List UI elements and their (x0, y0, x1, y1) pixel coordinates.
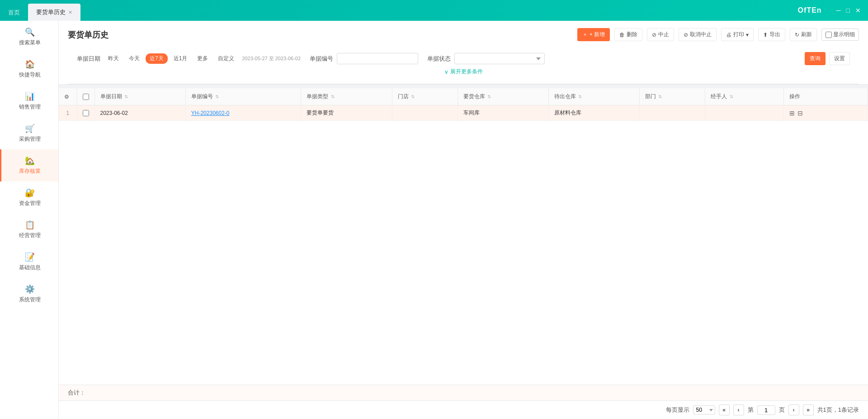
sidebar-label-fund-mgmt: 资金管理 (19, 200, 41, 207)
export-button[interactable]: ⬆ 导出 (758, 28, 785, 41)
th-settings[interactable]: ⚙ (59, 88, 77, 105)
sidebar-item-fund-mgmt[interactable]: 🔐 资金管理 (0, 181, 58, 214)
page-input[interactable] (757, 405, 775, 415)
sidebar-item-quick-nav[interactable]: 🏠 快捷导航 (0, 53, 58, 85)
sidebar-item-operation-mgmt[interactable]: 📋 经营管理 (0, 214, 58, 246)
close-window-icon[interactable]: ✕ (855, 7, 861, 14)
stop-icon: ⊘ (652, 32, 656, 38)
page-title: 要货单历史 (68, 29, 108, 40)
cell-dept (640, 105, 705, 121)
sidebar-label-quick-nav: 快捷导航 (19, 71, 41, 79)
sidebar-label-sales-mgmt: 销售管理 (19, 103, 41, 111)
operation-mgmt-icon: 📋 (25, 220, 35, 230)
bill-no-link[interactable]: YH-20230602-0 (191, 110, 230, 116)
sidebar-item-inventory-calc[interactable]: 🏡 库存核算 (0, 149, 58, 181)
table-row: 1 2023-06-02 YH-20230602-0 要货单要货 (59, 105, 868, 121)
tab-home[interactable]: 首页 (0, 5, 28, 21)
cancel-stop-button[interactable]: ⊘ 取消中止 (679, 28, 717, 41)
cell-bill-no[interactable]: YH-20230602-0 (185, 105, 301, 121)
tab-close-icon[interactable]: ✕ (68, 10, 72, 15)
query-button[interactable]: 查询 (805, 52, 826, 65)
select-all-checkbox[interactable] (83, 94, 89, 100)
date-btn-7days[interactable]: 近7天 (146, 53, 168, 64)
footer-bar: 合计： (59, 385, 868, 400)
display-detail-checkbox[interactable] (826, 32, 832, 38)
brand-text: OfTEn (789, 6, 831, 14)
prev-page-button[interactable]: ‹ (733, 405, 744, 415)
purchase-mgmt-icon: 🛒 (25, 124, 35, 133)
row-checkbox[interactable] (83, 110, 89, 116)
cell-date: 2023-06-02 (94, 105, 185, 121)
more-icon[interactable]: ⊟ (797, 110, 803, 117)
sort-dept-icon[interactable]: ⇅ (658, 94, 662, 99)
cell-no: 1 (59, 105, 77, 121)
page-size-select[interactable]: 10 20 50 100 (693, 405, 715, 414)
total-label: 合计： (68, 389, 85, 397)
table-body: 1 2023-06-02 YH-20230602-0 要货单要货 (59, 105, 868, 121)
th-action: 操作 (783, 88, 868, 105)
tab-list: 首页 要货单历史 ✕ (0, 0, 80, 21)
minimize-icon[interactable]: ─ (836, 7, 841, 14)
chevron-down-icon: ∨ (444, 69, 448, 75)
delete-button[interactable]: 🗑 删除 (614, 28, 642, 41)
cancel-stop-icon: ⊘ (684, 32, 688, 38)
filter-area: 单据日期 昨天 今天 近7天 近1月 更多 自定义 2023-05-27 至 2… (68, 47, 859, 84)
sort-req-warehouse-icon[interactable]: ⇅ (487, 94, 491, 99)
print-dropdown-icon: ▾ (746, 32, 749, 38)
row-action-group: ⊞ ⊟ (789, 110, 862, 117)
sidebar-label-search-menu: 搜索菜单 (19, 39, 41, 47)
th-pending-warehouse: 待出仓库 ⇅ (548, 88, 639, 105)
expand-more-btn[interactable]: ∨ 展开更多条件 (77, 65, 850, 78)
cell-bill-type: 要货单要货 (301, 105, 392, 121)
fund-mgmt-icon: 🔐 (25, 188, 35, 198)
new-button[interactable]: ＋ + 新增 (577, 28, 610, 41)
sort-bill-no-icon[interactable]: ⇅ (215, 94, 219, 99)
main-layout: 🔍 搜索菜单 🏠 快捷导航 📊 销售管理 🛒 采购管理 🏡 库存核算 🔐 (0, 21, 868, 419)
date-btn-1month[interactable]: 近1月 (170, 53, 192, 64)
sidebar-item-purchase-mgmt[interactable]: 🛒 采购管理 (0, 117, 58, 149)
maximize-icon[interactable]: □ (846, 7, 850, 14)
th-handler: 经手人 ⇅ (705, 88, 783, 105)
date-btn-yesterday[interactable]: 昨天 (104, 53, 123, 64)
edit-icon[interactable]: ⊞ (789, 110, 795, 117)
date-btn-custom[interactable]: 自定义 (214, 53, 238, 64)
cell-store (392, 105, 458, 121)
th-bill-type: 单据类型 ⇅ (301, 88, 392, 105)
sort-handler-icon[interactable]: ⇅ (730, 94, 733, 99)
last-page-button[interactable]: » (803, 405, 814, 415)
date-btn-more[interactable]: 更多 (193, 53, 212, 64)
date-shortcuts: 昨天 今天 近7天 近1月 更多 自定义 (104, 53, 238, 64)
bill-no-label: 单据编号 (310, 55, 333, 63)
sort-pending-warehouse-icon[interactable]: ⇅ (578, 94, 582, 99)
stop-button[interactable]: ⊘ 中止 (647, 28, 674, 41)
sidebar-item-basic-info[interactable]: 📝 基础信息 (0, 246, 58, 278)
sort-bill-type-icon[interactable]: ⇅ (331, 94, 335, 99)
status-select[interactable] (454, 53, 545, 64)
sidebar-item-sales-mgmt[interactable]: 📊 销售管理 (0, 85, 58, 117)
search-menu-icon: 🔍 (25, 27, 35, 37)
sidebar-item-search-menu[interactable]: 🔍 搜索菜单 (0, 21, 58, 53)
th-dept: 部门 ⇅ (640, 88, 705, 105)
refresh-icon: ↻ (795, 32, 799, 38)
sidebar-item-system-mgmt[interactable]: ⚙️ 系统管理 (0, 278, 58, 310)
refresh-button[interactable]: ↻ 刷新 (790, 28, 817, 41)
next-page-button[interactable]: › (788, 405, 799, 415)
display-detail-button[interactable]: 显示明细 (821, 29, 859, 41)
filter-row-1: 单据日期 昨天 今天 近7天 近1月 更多 自定义 2023-05-27 至 2… (77, 52, 850, 65)
data-table: ⚙ 单据日期 ⇅ (59, 88, 868, 121)
print-button[interactable]: 🖨 打印 ▾ (721, 28, 754, 41)
cell-checkbox (77, 105, 94, 121)
top-bar: 首页 要货单历史 ✕ OfTEn ─ □ ✕ (0, 0, 868, 21)
sidebar-label-inventory-calc: 库存核算 (19, 167, 41, 175)
sort-date-icon[interactable]: ⇅ (124, 94, 128, 99)
tab-requisition-history[interactable]: 要货单历史 ✕ (28, 4, 80, 21)
first-page-button[interactable]: « (719, 405, 730, 415)
sort-store-icon[interactable]: ⇅ (411, 94, 415, 99)
date-btn-today[interactable]: 今天 (125, 53, 144, 64)
settings-button[interactable]: 设置 (829, 52, 850, 65)
bill-no-input[interactable] (337, 53, 418, 64)
top-bar-right: OfTEn ─ □ ✕ (789, 6, 868, 14)
total-info: 共1页，1条记录 (817, 406, 859, 414)
pagination-bar: 每页显示 10 20 50 100 « ‹ 第 页 › » 共1页，1条记录 (59, 400, 868, 419)
new-icon: ＋ (582, 31, 588, 38)
